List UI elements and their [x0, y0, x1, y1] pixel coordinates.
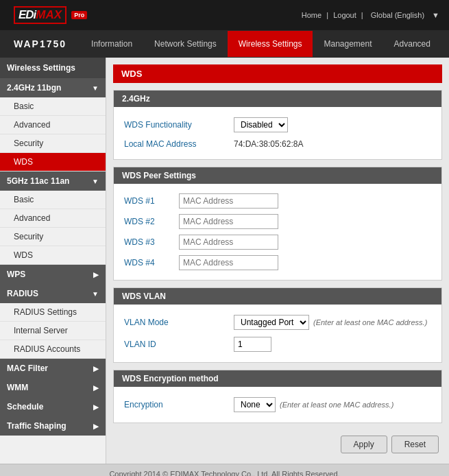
section-encryption-header: WDS Encryption method: [114, 370, 441, 387]
wds1-input[interactable]: [179, 193, 278, 209]
chevron-right-icon-schedule: ▶: [93, 403, 99, 411]
reset-button[interactable]: Reset: [391, 436, 439, 453]
apply-button[interactable]: Apply: [341, 436, 387, 453]
vlan-id-input[interactable]: [234, 337, 271, 352]
wds1-row: WDS #1: [124, 191, 431, 211]
sidebar-section-traffic-label: Traffic Shaping: [7, 421, 66, 431]
wds4-row: WDS #4: [124, 252, 431, 273]
section-encryption: WDS Encryption method Encryption None WE…: [113, 370, 442, 423]
dropdown-arrow[interactable]: ▼: [432, 11, 439, 19]
sidebar-item-radius-accounts[interactable]: RADIUS Accounts: [0, 340, 106, 359]
sidebar-item-security-5g[interactable]: Security: [0, 228, 106, 246]
sidebar-item-advanced-5g[interactable]: Advanced: [0, 209, 106, 228]
chevron-right-icon-mac: ▶: [93, 365, 99, 372]
home-link[interactable]: Home: [302, 11, 321, 19]
sep2: |: [361, 11, 363, 19]
wds3-label: WDS #3: [124, 237, 179, 247]
top-bar: EDiMAX Pro Home | Logout | Global (Engli…: [0, 0, 449, 30]
logout-link[interactable]: Logout: [333, 11, 356, 19]
encryption-select[interactable]: None WEP AES: [234, 397, 276, 412]
wds-functionality-select[interactable]: Disabled Enabled: [234, 117, 288, 132]
section-wds-peer-body: WDS #1 WDS #2 WDS #3 WDS #4: [114, 184, 441, 280]
sidebar-item-basic-2g[interactable]: Basic: [0, 97, 106, 116]
model-bar: WAP1750 Information Network Settings Wir…: [0, 30, 449, 58]
sep1: |: [326, 11, 328, 19]
sidebar-section-mac-label: MAC Filter: [7, 364, 48, 373]
wds4-label: WDS #4: [124, 258, 179, 267]
chevron-right-icon-traffic: ▶: [93, 423, 99, 430]
sidebar-section-traffic-shaping[interactable]: Traffic Shaping ▶: [0, 416, 106, 436]
sidebar-section-5ghz[interactable]: 5GHz 11ac 11an ▼: [0, 171, 106, 191]
logo-border: EDiMAX: [14, 6, 66, 24]
sidebar-section-radius-label: RADIUS: [7, 289, 38, 298]
wds-functionality-row: WDS Functionality Disabled Enabled: [124, 114, 431, 136]
sidebar-section-wps-label: WPS: [7, 270, 25, 279]
wds2-row: WDS #2: [124, 211, 431, 232]
encryption-hint: (Enter at least one MAC address.): [280, 401, 393, 409]
page-title: WDS: [113, 64, 442, 83]
section-wds-peer-header: WDS Peer Settings: [114, 167, 441, 184]
tab-management[interactable]: Management: [313, 31, 383, 57]
footer: Copyright 2014 © EDIMAX Technology Co., …: [0, 464, 449, 476]
wds4-input[interactable]: [179, 255, 278, 270]
wds-functionality-label: WDS Functionality: [124, 120, 234, 130]
sidebar-section-schedule[interactable]: Schedule ▶: [0, 397, 106, 416]
model-name: WAP1750: [0, 30, 80, 58]
sidebar-section-wmm-label: WMM: [7, 383, 28, 392]
tab-advanced[interactable]: Advanced: [383, 31, 441, 57]
tab-network-settings[interactable]: Network Settings: [143, 31, 228, 57]
tab-information[interactable]: Information: [80, 31, 143, 57]
chevron-right-icon-wps: ▶: [93, 271, 99, 278]
vlan-id-row: VLAN ID: [124, 333, 431, 355]
encryption-row: Encryption None WEP AES (Enter at least …: [124, 394, 431, 416]
section-vlan-header: WDS VLAN: [114, 288, 441, 305]
sidebar-item-wds-5g[interactable]: WDS: [0, 246, 106, 265]
sidebar-section-schedule-label: Schedule: [7, 402, 43, 412]
wds1-label: WDS #1: [124, 196, 179, 206]
sidebar-item-wds-2g[interactable]: WDS: [0, 153, 106, 171]
sidebar-item-internal-server[interactable]: Internal Server: [0, 322, 106, 340]
sidebar-item-basic-5g[interactable]: Basic: [0, 191, 106, 209]
section-2ghz: 2.4GHz WDS Functionality Disabled Enable…: [113, 90, 442, 160]
wds3-input[interactable]: [179, 235, 278, 250]
main-layout: Wireless Settings 2.4GHz 11bgn ▼ Basic A…: [0, 58, 449, 464]
sidebar-section-radius[interactable]: RADIUS ▼: [0, 284, 106, 303]
encryption-label: Encryption: [124, 400, 234, 409]
section-2ghz-header: 2.4GHz: [114, 91, 441, 107]
section-vlan: WDS VLAN VLAN Mode Untagged Port Tagged …: [113, 287, 442, 363]
content-area: WDS 2.4GHz WDS Functionality Disabled En…: [106, 58, 449, 464]
chevron-down-icon-radius: ▼: [92, 290, 99, 298]
logo-max: MAX: [36, 8, 62, 21]
vlan-mode-hint: (Enter at least one MAC address.): [313, 318, 427, 326]
local-mac-value: 74:DA:38:05:62:8A: [234, 139, 303, 149]
section-2ghz-body: WDS Functionality Disabled Enabled Local…: [114, 107, 441, 159]
logo-pro: Pro: [71, 11, 87, 19]
sidebar-section-wmm[interactable]: WMM ▶: [0, 378, 106, 397]
vlan-mode-label: VLAN Mode: [124, 318, 234, 327]
sidebar-section-wps[interactable]: WPS ▶: [0, 265, 106, 284]
sidebar-item-security-2g[interactable]: Security: [0, 134, 106, 153]
local-mac-label: Local MAC Address: [124, 139, 234, 149]
tab-wireless-settings[interactable]: Wireless Settings: [228, 31, 313, 57]
vlan-mode-select[interactable]: Untagged Port Tagged Port: [234, 315, 309, 330]
section-encryption-body: Encryption None WEP AES (Enter at least …: [114, 387, 441, 423]
language-select[interactable]: Global (English): [371, 11, 424, 19]
top-links: Home | Logout | Global (English) ▼: [302, 11, 442, 19]
logo-edi: EDi: [19, 8, 36, 21]
chevron-down-icon: ▼: [92, 84, 99, 92]
wds2-label: WDS #2: [124, 217, 179, 226]
sidebar-item-radius-settings[interactable]: RADIUS Settings: [0, 303, 106, 322]
chevron-right-icon-wmm: ▶: [93, 384, 99, 392]
sidebar-section-2ghz[interactable]: 2.4GHz 11bgn ▼: [0, 78, 106, 97]
button-row: Apply Reset: [113, 430, 442, 457]
sidebar-item-advanced-2g[interactable]: Advanced: [0, 116, 106, 134]
sidebar-section-mac-filter[interactable]: MAC Filter ▶: [0, 359, 106, 378]
sidebar-title: Wireless Settings: [0, 58, 106, 78]
section-vlan-body: VLAN Mode Untagged Port Tagged Port (Ent…: [114, 305, 441, 362]
vlan-mode-row: VLAN Mode Untagged Port Tagged Port (Ent…: [124, 311, 431, 333]
sidebar-section-2ghz-label: 2.4GHz 11bgn: [7, 83, 61, 93]
sidebar: Wireless Settings 2.4GHz 11bgn ▼ Basic A…: [0, 58, 106, 464]
local-mac-row: Local MAC Address 74:DA:38:05:62:8A: [124, 136, 431, 152]
wds2-input[interactable]: [179, 214, 278, 229]
footer-text: Copyright 2014 © EDIMAX Technology Co., …: [109, 470, 339, 476]
